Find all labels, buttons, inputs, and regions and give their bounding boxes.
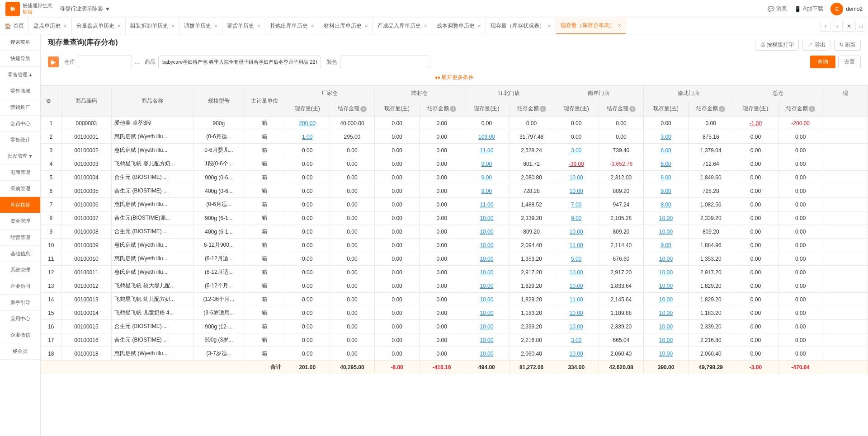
cell-jb-qty[interactable]: 10.00 — [464, 266, 509, 279]
cell-factory-qty[interactable]: 0.00 — [285, 279, 330, 293]
tab-close-icon[interactable]: ✕ — [311, 23, 314, 28]
cell-factory-qty[interactable]: 0.00 — [285, 198, 330, 211]
cell-factory-qty[interactable]: 0.00 — [285, 293, 330, 306]
warehouse-input[interactable] — [78, 56, 132, 68]
cell-na-qty[interactable]: 10.00 — [554, 320, 599, 333]
cell-yb-qty[interactable]: 3.00 — [644, 130, 689, 144]
cell-lu-qty[interactable]: 0.00 — [375, 157, 420, 171]
cell-jb-qty[interactable]: 9.00 — [464, 171, 509, 184]
cell-na-qty[interactable]: 10.00 — [554, 279, 599, 293]
expand-arrow-btn[interactable]: ▶ — [48, 56, 59, 67]
cell-lu-qty[interactable]: 0.00 — [375, 198, 420, 211]
cell-jb-qty[interactable]: 109.00 — [464, 130, 509, 144]
cell-factory-qty[interactable]: 0.00 — [285, 144, 330, 157]
color-input[interactable] — [340, 56, 430, 68]
cell-lu-qty[interactable]: 0.00 — [375, 252, 420, 266]
cell-na-qty[interactable]: 10.00 — [554, 225, 599, 239]
cell-na-qty[interactable]: 11.00 — [554, 293, 599, 306]
cell-lu-qty[interactable]: 0.00 — [375, 333, 420, 347]
cell-factory-qty[interactable]: 0.00 — [285, 252, 330, 266]
cell-jb-qty[interactable]: 0.00 — [464, 117, 509, 130]
cell-yb-qty[interactable]: 9.00 — [644, 239, 689, 252]
cell-yb-qty[interactable]: 8.00 — [644, 157, 689, 171]
cell-jb-qty[interactable]: 9.00 — [464, 157, 509, 171]
sidebar-item-wechat[interactable]: 企业微信 — [0, 327, 40, 343]
tab-requisition[interactable]: 要货单历史 ✕ — [222, 18, 265, 34]
sidebar-item-search[interactable]: 搜索英单 — [0, 34, 40, 51]
sidebar-item-member[interactable]: 会员中心 — [0, 116, 40, 132]
cell-jb-qty[interactable]: 11.00 — [464, 144, 509, 157]
cell-yb-qty[interactable]: 10.00 — [644, 320, 689, 333]
tab-close-icon[interactable]: ✕ — [171, 23, 175, 28]
tab-close-icon[interactable]: ✕ — [547, 23, 551, 28]
cell-na-qty[interactable]: 5.00 — [554, 252, 599, 266]
sidebar-item-operations[interactable]: 经营管理 — [0, 230, 40, 246]
info-icon6[interactable]: i — [809, 106, 815, 112]
settings-button[interactable]: 设置 — [838, 56, 861, 68]
cell-lu-qty[interactable]: 0.00 — [375, 171, 420, 184]
cell-jb-qty[interactable]: 10.00 — [464, 306, 509, 320]
cell-yb-qty[interactable]: 10.00 — [644, 293, 689, 306]
goods-input[interactable] — [158, 56, 321, 68]
cell-lu-qty[interactable]: 0.00 — [375, 144, 420, 157]
cell-lu-qty[interactable]: 0.00 — [375, 211, 420, 225]
cell-total-qty[interactable]: 0.00 — [733, 184, 778, 198]
cell-lu-qty[interactable]: 0.00 — [375, 117, 420, 130]
tab-close-icon[interactable]: ✕ — [364, 23, 368, 28]
tab-close-icon[interactable]: ✕ — [63, 23, 67, 28]
cell-na-qty[interactable]: 10.00 — [554, 347, 599, 361]
cell-jb-qty[interactable]: 10.00 — [464, 225, 509, 239]
tab-close-icon[interactable]: ✕ — [424, 23, 427, 28]
cell-na-qty[interactable]: 10.00 — [554, 266, 599, 279]
cell-total-qty[interactable]: 0.00 — [733, 279, 778, 293]
cell-na-qty[interactable]: 10.00 — [554, 184, 599, 198]
cell-yb-qty[interactable]: 8.00 — [644, 198, 689, 211]
cell-lu-qty[interactable]: 0.00 — [375, 184, 420, 198]
cell-jb-qty[interactable]: 10.00 — [464, 279, 509, 293]
info-icon4[interactable]: i — [629, 106, 636, 112]
cell-na-qty[interactable]: -39.00 — [554, 157, 599, 171]
sidebar-item-member2[interactable]: 畅会员 — [0, 343, 40, 360]
cell-jb-qty[interactable]: 11.00 — [464, 198, 509, 211]
cell-lu-qty[interactable]: 0.00 — [375, 279, 420, 293]
export-button[interactable]: ↗ 导出 — [802, 40, 830, 51]
info-icon[interactable]: i — [360, 106, 367, 112]
tab-material-out[interactable]: 材料出库单历史 ✕ — [319, 18, 373, 34]
cell-total-qty[interactable]: 0.00 — [733, 320, 778, 333]
cell-na-qty[interactable]: 10.00 — [554, 306, 599, 320]
cell-total-qty[interactable]: 0.00 — [733, 144, 778, 157]
cell-jb-qty[interactable]: 10.00 — [464, 252, 509, 266]
print-button[interactable]: 🖨 按模版打印 — [755, 40, 799, 51]
cell-factory-qty[interactable]: 0.00 — [285, 225, 330, 239]
warehouse-ellipsis[interactable]: ... — [135, 59, 139, 65]
cell-factory-qty[interactable]: 0.00 — [285, 306, 330, 320]
sidebar-item-guide[interactable]: 新手引导 — [0, 295, 40, 311]
cell-yb-qty[interactable]: 0.00 — [644, 117, 689, 130]
cell-lu-qty[interactable]: 0.00 — [375, 266, 420, 279]
sidebar-item-marketing[interactable]: 营销推广 — [0, 99, 40, 116]
cell-total-qty[interactable]: 0.00 — [733, 225, 778, 239]
sidebar-item-purchase[interactable]: 采购管理 — [0, 181, 40, 197]
sidebar-item-wholesale[interactable]: 批发管理▼ — [0, 148, 40, 164]
cell-lu-qty[interactable]: 0.00 — [375, 293, 420, 306]
cell-yb-qty[interactable]: 8.00 — [644, 171, 689, 184]
cell-yb-qty[interactable]: 10.00 — [644, 266, 689, 279]
tab-next-btn[interactable]: › — [832, 21, 843, 32]
cell-jb-qty[interactable]: 10.00 — [464, 293, 509, 306]
cell-total-qty[interactable]: 0.00 — [733, 293, 778, 306]
cell-factory-qty[interactable]: 0.00 — [285, 320, 330, 333]
cell-factory-qty[interactable]: 0.00 — [285, 239, 330, 252]
cell-total-qty[interactable]: 0.00 — [733, 157, 778, 171]
tab-product-in[interactable]: 产成品入库单历史 ✕ — [373, 18, 432, 34]
cell-lu-qty[interactable]: 0.00 — [375, 239, 420, 252]
cell-yb-qty[interactable]: 10.00 — [644, 279, 689, 293]
tab-prev-btn[interactable]: ‹ — [820, 21, 831, 32]
cell-lu-qty[interactable]: 0.00 — [375, 306, 420, 320]
sidebar-item-system[interactable]: 系统管理 — [0, 262, 40, 278]
cell-lu-qty[interactable]: 0.00 — [375, 320, 420, 333]
cell-total-qty[interactable]: 0.00 — [733, 266, 778, 279]
cell-na-qty[interactable]: 3.00 — [554, 144, 599, 157]
tab-close-icon[interactable]: ✕ — [214, 23, 217, 28]
sidebar-item-shortcuts[interactable]: 快捷导航 — [0, 51, 40, 67]
sidebar-item-inventory[interactable]: 库存核算 — [0, 197, 40, 213]
